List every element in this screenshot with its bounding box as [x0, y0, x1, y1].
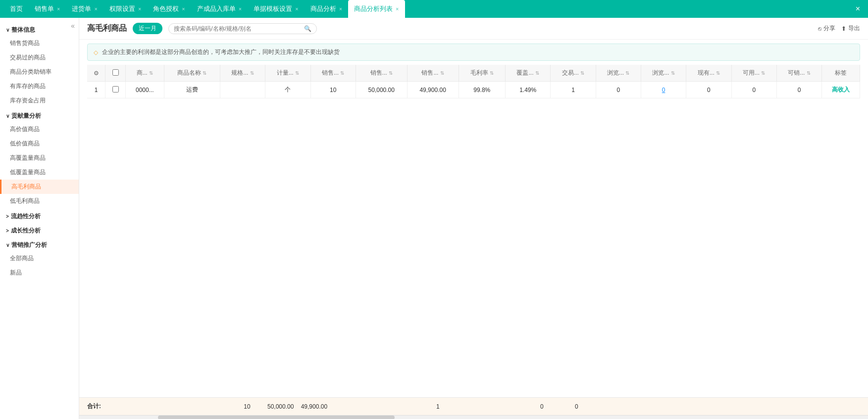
col-header-4[interactable]: 规格... ⇅ — [220, 65, 265, 82]
sidebar-group-营销推广分析[interactable]: ∨营销推广分析 — [0, 237, 79, 251]
nav-close-btn[interactable]: × — [182, 6, 185, 12]
scrollbar-thumb[interactable] — [158, 416, 395, 419]
nav-label: 权限设置 — [109, 4, 135, 13]
sort-icon[interactable]: ⇅ — [625, 70, 629, 76]
sidebar-item-全部商品[interactable]: 全部商品 — [0, 251, 79, 266]
col-header-8[interactable]: 销售... ⇅ — [407, 65, 459, 82]
group-arrow: > — [6, 214, 9, 219]
sidebar-item-销售货商品[interactable]: 销售货商品 — [0, 36, 79, 50]
table-cell-0-11: 1 — [551, 82, 596, 98]
col-label: 覆盖... — [516, 69, 533, 76]
table-cell-0-9: 99.8% — [459, 82, 505, 98]
col-header-5[interactable]: 计量... ⇅ — [265, 65, 310, 82]
col-header-3[interactable]: 商品名称 ⇅ — [164, 65, 220, 82]
footer-label: 合计: — [87, 402, 101, 411]
sidebar-item-高覆盖量商品[interactable]: 高覆盖量商品 — [0, 151, 79, 165]
nav-item-权限设置[interactable]: 权限设置× — [103, 0, 147, 18]
group-arrow: ∨ — [6, 242, 9, 248]
col-header-16[interactable]: 可销... ⇅ — [776, 65, 821, 82]
footer-cell-17 — [713, 403, 742, 410]
col-header-7[interactable]: 销售... ⇅ — [356, 65, 407, 82]
sidebar-group-整体信息[interactable]: ∨整体信息 — [0, 22, 79, 36]
table-cell-0-13[interactable]: 0 — [641, 82, 686, 98]
sidebar-item-商品分类助销率[interactable]: 商品分类助销率 — [0, 65, 79, 79]
sort-icon[interactable]: ⇅ — [440, 70, 444, 76]
nav-item-单据模板设置[interactable]: 单据模板设置× — [248, 0, 304, 18]
col-header-9[interactable]: 毛利率 ⇅ — [459, 65, 505, 82]
nav-close-btn[interactable]: × — [138, 6, 141, 12]
group-title: 营销推广分析 — [11, 241, 47, 249]
sidebar-item-新品[interactable]: 新品 — [0, 266, 79, 280]
tip-bar: ◇ 企业的主要的利润都是这部分商品创造的，可考虑加大推广，同时关注库存是不要出现… — [87, 44, 860, 61]
nav-close-btn[interactable]: × — [57, 6, 60, 12]
share-button[interactable]: ⎋ 分享 — [818, 24, 835, 33]
group-arrow: ∨ — [6, 113, 9, 119]
col-header-12[interactable]: 浏览... ⇅ — [596, 65, 641, 82]
sort-icon[interactable]: ⇅ — [203, 70, 206, 76]
col-header-15[interactable]: 可用... ⇅ — [731, 65, 776, 82]
period-button[interactable]: 近一月 — [133, 23, 162, 34]
sidebar-item-交易过的商品[interactable]: 交易过的商品 — [0, 50, 79, 65]
sort-icon[interactable]: ⇅ — [389, 70, 393, 76]
footer-bar: 合计: 1050,000.0049,900.00100 — [79, 397, 868, 415]
sort-icon[interactable]: ⇅ — [490, 70, 494, 76]
nav-item-首页[interactable]: 首页 — [4, 0, 29, 18]
sidebar-group-流趋性分析[interactable]: >流趋性分析 — [0, 208, 79, 223]
sidebar-item-有库存的商品[interactable]: 有库存的商品 — [0, 79, 79, 93]
nav-item-商品分析[interactable]: 商品分析× — [305, 0, 348, 18]
sort-icon[interactable]: ⇅ — [250, 70, 254, 76]
sidebar-group-成长性分析[interactable]: >成长性分析 — [0, 223, 79, 237]
close-all-tabs[interactable]: × — [852, 4, 864, 13]
search-icon[interactable]: 🔍 — [304, 25, 311, 32]
col-header-10[interactable]: 覆盖... ⇅ — [506, 65, 551, 82]
nav-close-btn[interactable]: × — [94, 6, 97, 12]
col-header-6[interactable]: 销售... ⇅ — [310, 65, 356, 82]
nav-close-btn[interactable]: × — [339, 6, 342, 12]
content-area: 高毛利商品 近一月 🔍 ⎋ 分享 ⬆ 导出 ◇ 企业的主要的利润都是这部分商品创… — [79, 18, 868, 419]
nav-item-角色授权[interactable]: 角色授权× — [147, 0, 191, 18]
sidebar-item-库存资金占用[interactable]: 库存资金占用 — [0, 93, 79, 108]
sidebar-item-低覆盖量商品[interactable]: 低覆盖量商品 — [0, 165, 79, 180]
col-label: 可销... — [788, 69, 805, 76]
col-label: 商品名称 — [177, 69, 201, 76]
nav-item-销售单[interactable]: 销售单× — [29, 0, 66, 18]
nav-item-进货单[interactable]: 进货单× — [66, 0, 103, 18]
sort-icon[interactable]: ⇅ — [295, 70, 299, 76]
col-header-13[interactable]: 浏览... ⇅ — [641, 65, 686, 82]
horizontal-scrollbar[interactable] — [79, 415, 868, 419]
sort-icon[interactable]: ⇅ — [340, 70, 344, 76]
search-input[interactable] — [174, 25, 304, 32]
row-checkbox[interactable] — [112, 86, 119, 93]
sort-icon[interactable]: ⇅ — [535, 70, 539, 76]
sidebar-item-高价值商品[interactable]: 高价值商品 — [0, 122, 79, 137]
col-header-14[interactable]: 现有... ⇅ — [686, 65, 731, 82]
group-title: 贡献量分析 — [11, 112, 41, 120]
col-header-11[interactable]: 交易... ⇅ — [551, 65, 596, 82]
sort-icon[interactable]: ⇅ — [807, 70, 811, 76]
sidebar-group-贡献量分析[interactable]: ∨贡献量分析 — [0, 108, 79, 122]
sidebar-item-高毛利商品[interactable]: 高毛利商品 — [0, 180, 79, 194]
sort-icon[interactable]: ⇅ — [761, 70, 765, 76]
nav-item-商品分析列表[interactable]: 商品分析列表× — [348, 0, 405, 18]
table-cell-0-1[interactable] — [105, 82, 126, 98]
footer-cell-2 — [141, 403, 175, 410]
sidebar-item-低毛利商品[interactable]: 低毛利商品 — [0, 194, 79, 208]
sort-icon[interactable]: ⇅ — [149, 70, 153, 76]
sidebar-item-低价值商品[interactable]: 低价值商品 — [0, 137, 79, 151]
select-all-checkbox[interactable] — [112, 69, 119, 76]
sort-icon[interactable]: ⇅ — [580, 70, 584, 76]
col-label: 商... — [137, 69, 148, 76]
nav-close-btn[interactable]: × — [239, 6, 242, 12]
export-button[interactable]: ⬆ 导出 — [841, 24, 860, 33]
group-arrow: > — [6, 228, 9, 233]
sidebar-collapse-btn[interactable]: « — [71, 22, 75, 30]
footer-cell-9: 1 — [420, 403, 455, 410]
nav-label: 单据模板设置 — [254, 4, 292, 13]
nav-close-btn[interactable]: × — [396, 6, 399, 12]
nav-item-产成品入库单[interactable]: 产成品入库单× — [191, 0, 248, 18]
sort-icon[interactable]: ⇅ — [671, 70, 675, 76]
nav-close-btn[interactable]: × — [295, 6, 298, 12]
sort-icon[interactable]: ⇅ — [716, 70, 720, 76]
col-header-2[interactable]: 商... ⇅ — [125, 65, 164, 82]
col-label: 标签 — [835, 69, 847, 76]
